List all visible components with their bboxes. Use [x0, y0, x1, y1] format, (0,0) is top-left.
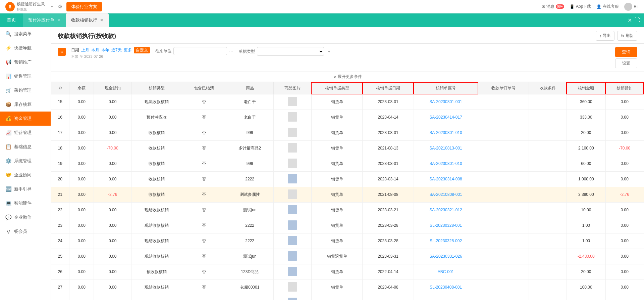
- filter-date-more[interactable]: 更多: [124, 47, 132, 53]
- cell-balance: 0.00: [69, 125, 94, 140]
- export-button[interactable]: ↑ 导出: [596, 31, 614, 41]
- filter-settings-button[interactable]: 设置: [615, 58, 637, 68]
- tab-minimize-icon[interactable]: ✕: [628, 17, 632, 24]
- sidebar-item-search[interactable]: 🔍 搜索菜单: [0, 27, 51, 41]
- sidebar-item-member[interactable]: V 畅会员: [0, 224, 51, 239]
- newbie-icon: 🆕: [5, 186, 11, 192]
- filter-date-year[interactable]: 本年: [101, 47, 109, 53]
- cell-row-no: 18: [51, 140, 69, 156]
- tab-prepay[interactable]: 预付冲应付单 ✕: [23, 13, 66, 27]
- refresh-button[interactable]: ↻ 刷新: [617, 31, 637, 41]
- cell-bill-no[interactable]: SA-20230301-001: [429, 99, 462, 104]
- cell-bill-no[interactable]: SA-20230321-012: [414, 202, 478, 218]
- cell-bill-no[interactable]: SL-20230328-001: [430, 223, 462, 228]
- sidebar-item-operations[interactable]: 📈 经营管理: [0, 126, 51, 140]
- sidebar-item-marketing[interactable]: 📢 营销推广: [0, 55, 51, 69]
- sidebar-item-sales[interactable]: 📊 销售管理: [0, 69, 51, 83]
- filter-date-recent[interactable]: 近7天: [111, 47, 122, 53]
- filter-partner-input[interactable]: [173, 47, 227, 55]
- message-button[interactable]: ✉ 消息 99+: [542, 4, 564, 9]
- cell-bill-no[interactable]: SL-20230328-002: [430, 239, 462, 243]
- industry-btn[interactable]: 体验行业方案: [66, 2, 102, 11]
- table-row: 160.000.00预付冲应收否老白干销货单2023-04-14SA-20230…: [51, 110, 644, 125]
- cell-bill-no[interactable]: SA-20230414-017: [429, 115, 462, 120]
- online-service-button[interactable]: 👤 在线客服: [596, 4, 619, 9]
- tab-home[interactable]: 首页: [0, 13, 23, 27]
- cell-writeoff-discount: 0.00: [605, 264, 644, 280]
- sidebar-item-hardware[interactable]: 💻 智能硬件: [0, 196, 51, 210]
- cell-bill-no[interactable]: SA-20230321-012: [429, 208, 462, 212]
- sidebar-item-newbie[interactable]: 🆕 新手引导: [0, 182, 51, 196]
- logo-dropdown-icon[interactable]: ▼: [50, 5, 54, 8]
- cell-bill-no[interactable]: SA-20210813-001: [414, 140, 478, 156]
- cell-balance: 0.00: [69, 140, 94, 156]
- cell-bill-no[interactable]: SA-20210808-001: [429, 192, 462, 197]
- tab-writeoff[interactable]: 收款核销执行 ✕: [66, 13, 109, 27]
- cell-writeoff-discount: 0.00: [605, 125, 644, 140]
- cell-bill-no[interactable]: SA-20230314-008: [414, 171, 478, 187]
- col-header-include-settled: 包含已结清: [182, 82, 226, 94]
- cell-bill-no[interactable]: SA-20230301-010: [414, 156, 478, 171]
- cell-bill-no[interactable]: SL-20230328-002: [414, 233, 478, 249]
- cell-bill-no[interactable]: SA-20230301-010: [429, 161, 462, 166]
- cell-bill-no[interactable]: ABC-001: [414, 264, 478, 280]
- sidebar-item-label: 智能硬件: [14, 200, 32, 206]
- cell-bill-no[interactable]: SL-20230418-001: [414, 295, 478, 300]
- sidebar-item-purchase[interactable]: 🛒 采购管理: [0, 83, 51, 97]
- sidebar-item-system[interactable]: ⚙️ 系统管理: [0, 154, 51, 168]
- filter-expand-button[interactable]: »: [58, 48, 66, 56]
- cell-bill-no[interactable]: SA-20230414-017: [414, 110, 478, 125]
- table-row: 150.000.00现流收款核销否老白干销货单2023-03-01SA-2023…: [51, 94, 644, 110]
- expand-more-label: 展开更多条件: [338, 74, 362, 80]
- filter-partner-dots[interactable]: ···: [229, 48, 233, 54]
- settings-gear-icon[interactable]: ⚙: [58, 3, 62, 10]
- export-icon: ↑: [599, 34, 601, 38]
- user-menu[interactable]: Rit: [624, 3, 639, 11]
- cell-bill-no[interactable]: SA-20230301-001: [414, 94, 478, 110]
- goods-image: [288, 205, 297, 214]
- sidebar-item-inventory[interactable]: 📦 库存核算: [0, 97, 51, 112]
- filter-date-current[interactable]: 本月: [91, 47, 99, 53]
- sidebar-item-quicknav[interactable]: ⚡ 快捷导航: [0, 41, 51, 55]
- cell-bill-no[interactable]: SL-20230328-001: [414, 218, 478, 233]
- sidebar-item-basic-info[interactable]: 📋 基础信息: [0, 140, 51, 154]
- cell-writeoff-type: 现流收款核销: [131, 295, 182, 300]
- cell-bill-no[interactable]: SL-20230408-001: [414, 280, 478, 295]
- filter-date-custom[interactable]: 自定义: [134, 47, 150, 53]
- cell-bill-no[interactable]: SA-20210808-001: [414, 187, 478, 202]
- filter-date-prev[interactable]: 上月: [81, 47, 89, 53]
- cell-include-settled: 否: [182, 202, 226, 218]
- sidebar-item-wechat[interactable]: 💬 企业微信: [0, 210, 51, 224]
- sales-icon: 📊: [5, 73, 11, 79]
- cell-goods: 老白干: [226, 110, 274, 125]
- cell-bill-date: 2021-08-13: [363, 140, 414, 156]
- page-header: 收款核销执行(按收款) ↑ 导出 ↻ 刷新: [51, 27, 644, 44]
- cell-bill-no[interactable]: SA-20230301-010: [414, 125, 478, 140]
- cell-bill-no[interactable]: SL-20230408-001: [430, 285, 462, 290]
- tab-maximize-icon[interactable]: ⛶: [635, 17, 640, 23]
- cell-cash-discount: 0.00: [94, 156, 131, 171]
- cell-bill-no[interactable]: SA-20230331-026: [414, 249, 478, 264]
- cell-bill-no[interactable]: SA-20230314-008: [429, 177, 462, 181]
- app-download-button[interactable]: 📱 App下载: [570, 4, 591, 9]
- cell-row-no: 27: [51, 280, 69, 295]
- sidebar-item-finance[interactable]: 💰 资金管理: [0, 112, 51, 126]
- tab-writeoff-close-icon[interactable]: ✕: [100, 18, 103, 23]
- cell-bill-no[interactable]: SA-20210813-001: [429, 146, 462, 151]
- system-icon: ⚙️: [5, 158, 11, 164]
- cell-bill-type: 销货单: [311, 233, 362, 249]
- sidebar-item-collab[interactable]: 🤝 企业协同: [0, 168, 51, 182]
- goods-image: [288, 267, 297, 276]
- tab-prepay-close-icon[interactable]: ✕: [57, 18, 60, 23]
- cell-writeoff-discount: 0.00: [605, 295, 644, 300]
- sidebar-item-label: 销售管理: [14, 73, 32, 79]
- cell-bill-no[interactable]: ABC-001: [438, 269, 454, 274]
- goods-image: [288, 174, 297, 183]
- cell-bill-no[interactable]: SA-20230331-026: [429, 254, 462, 259]
- expand-more-button[interactable]: ∨ 展开更多条件: [333, 74, 362, 80]
- filter-billtype-select[interactable]: [257, 47, 324, 56]
- cell-include-settled: 否: [182, 171, 226, 187]
- query-button[interactable]: 查询: [615, 47, 637, 57]
- cell-bill-no[interactable]: SA-20230301-010: [429, 130, 462, 135]
- chevron-down-icon: ∨: [333, 75, 336, 79]
